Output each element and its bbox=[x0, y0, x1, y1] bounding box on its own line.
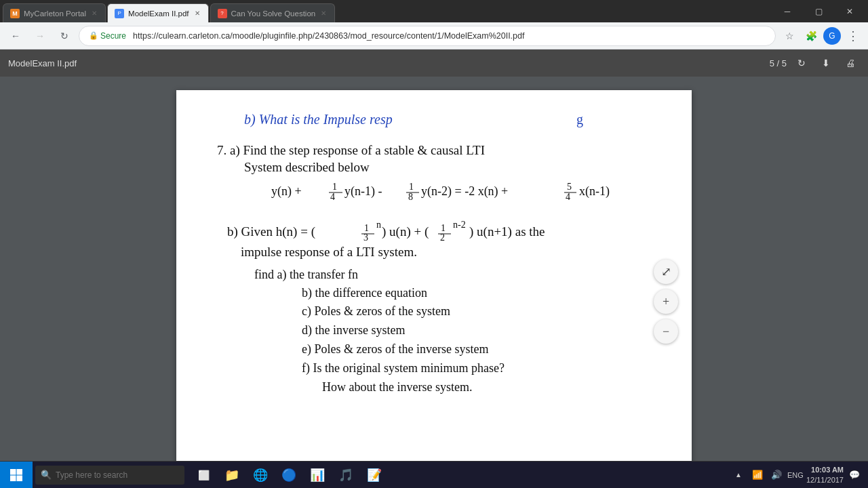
pdf-refresh-button[interactable]: ↻ bbox=[792, 54, 811, 73]
system-tray: ▲ 📶 🔊 ENG 10:03 AM 12/11/2017 💬 bbox=[730, 465, 868, 485]
tab-label-2: ModelExam II.pdf bbox=[128, 9, 189, 18]
file-explorer-button[interactable]: 📁 bbox=[218, 462, 245, 489]
svg-text:System  described  below: System described below bbox=[244, 160, 370, 174]
pdf-zoom-out-button[interactable]: − bbox=[654, 319, 678, 344]
svg-text:c)   Poles  &  zeros  of  the : c) Poles & zeros of the system bbox=[302, 304, 450, 319]
back-button[interactable]: ← bbox=[5, 26, 26, 46]
tab-favicon-1: M bbox=[10, 9, 20, 18]
matlab-icon: 📊 bbox=[310, 468, 325, 483]
profile-button[interactable]: G bbox=[823, 27, 841, 45]
audio-button[interactable]: 🎵 bbox=[332, 462, 359, 489]
edge-button[interactable]: 🌐 bbox=[247, 462, 274, 489]
chrome-icon: 🔵 bbox=[281, 468, 296, 483]
tab-favicon-2: P bbox=[115, 9, 124, 18]
secure-badge[interactable]: 🔒 Secure bbox=[86, 30, 129, 42]
matlab-button[interactable]: 📊 bbox=[304, 462, 331, 489]
tab-modelexam[interactable]: P ModelExam II.pdf ✕ bbox=[107, 3, 208, 22]
pdf-fit-button[interactable]: ⤢ bbox=[654, 260, 678, 284]
tabs-area: M MyCarleton Portal ✕ P ModelExam II.pdf… bbox=[3, 0, 766, 22]
svg-text:y(n-2)  =  -2 x(n) +: y(n-2) = -2 x(n) + bbox=[421, 184, 508, 199]
pdf-page-info: 5 / 5 bbox=[770, 58, 787, 68]
pdf-toolbar: ModelExam II.pdf 5 / 5 ↻ ⬇ 🖨 bbox=[0, 49, 868, 77]
svg-text:y(n-1) -: y(n-1) - bbox=[344, 184, 382, 199]
start-button[interactable] bbox=[0, 462, 33, 489]
keyboard-layout-icon: ENG bbox=[787, 471, 804, 479]
pdf-download-button[interactable]: ⬇ bbox=[816, 54, 835, 73]
svg-text:2: 2 bbox=[440, 232, 445, 243]
tab-favicon-3: ? bbox=[218, 9, 227, 18]
taskbar-search[interactable]: 🔍 bbox=[35, 466, 184, 485]
svg-text:1: 1 bbox=[364, 223, 369, 233]
svg-text:4: 4 bbox=[566, 192, 570, 202]
svg-text:5: 5 bbox=[567, 182, 572, 192]
svg-text:n-2: n-2 bbox=[453, 220, 466, 230]
maximize-button[interactable]: ▢ bbox=[803, 0, 834, 22]
svg-text:How  about  the  inverse  syst: How about the inverse system. bbox=[322, 380, 472, 394]
svg-text:f)   Is  the  original  system: f) Is the original system minimum phase? bbox=[302, 361, 505, 375]
svg-text:)  u(n)  +  (: ) u(n) + ( bbox=[382, 224, 429, 239]
audio-icon: 🎵 bbox=[338, 468, 353, 483]
nav-right-controls: ☆ 🧩 G ⋮ bbox=[780, 26, 863, 45]
pdf-print-button[interactable]: 🖨 bbox=[841, 54, 860, 73]
wifi-icon: 📶 bbox=[752, 470, 763, 480]
chrome-button[interactable]: 🔵 bbox=[275, 462, 302, 489]
taskbar-pinned-icons: ⬜ 📁 🌐 🔵 📊 🎵 📝 bbox=[190, 462, 388, 489]
taskview-icon: ⬜ bbox=[198, 470, 210, 481]
svg-text:1: 1 bbox=[409, 182, 414, 192]
svg-text:3: 3 bbox=[363, 232, 368, 243]
close-button[interactable]: ✕ bbox=[834, 0, 865, 22]
forward-button[interactable]: → bbox=[30, 26, 50, 46]
extensions-button[interactable]: 🧩 bbox=[802, 26, 821, 45]
tray-expand-button[interactable]: ▲ bbox=[730, 467, 747, 483]
notification-button[interactable]: 💬 bbox=[846, 467, 863, 483]
svg-text:n: n bbox=[376, 220, 381, 230]
volume-icon[interactable]: 🔊 bbox=[768, 467, 785, 483]
address-bar[interactable]: 🔒 Secure https://culearn.carleton.ca/moo… bbox=[79, 26, 776, 46]
svg-text:b)   What  is  the  Impulse  r: b) What is the Impulse resp bbox=[244, 112, 393, 127]
svg-text:)  u(n+1)  as  the: ) u(n+1) as the bbox=[469, 224, 545, 239]
svg-text:b)   the  difference  equation: b) the difference equation bbox=[302, 286, 427, 300]
bookmark-button[interactable]: ☆ bbox=[780, 26, 799, 45]
pdf-page: b) What is the Impulse resp g 7. a) Find… bbox=[176, 90, 692, 461]
tab-label-1: MyCarleton Portal bbox=[24, 9, 86, 18]
keyboard-icon[interactable]: ENG bbox=[787, 467, 804, 483]
clock-date: 12/11/2017 bbox=[806, 475, 844, 485]
minimize-button[interactable]: ─ bbox=[772, 0, 803, 22]
tab-close-2[interactable]: ✕ bbox=[193, 8, 201, 18]
svg-text:impulse  response  of  a  LTI : impulse response of a LTI system. bbox=[241, 245, 417, 259]
window-controls: ─ ▢ ✕ bbox=[772, 0, 865, 22]
tab-close-3[interactable]: ✕ bbox=[319, 8, 328, 18]
svg-text:x(n-1): x(n-1) bbox=[579, 184, 610, 199]
secure-label: Secure bbox=[100, 31, 126, 41]
svg-text:y(n) +: y(n) + bbox=[271, 184, 302, 199]
pdf-zoom-in-button[interactable]: + bbox=[654, 289, 678, 314]
svg-text:d)   the  inverse  system: d) the inverse system bbox=[302, 323, 405, 338]
reload-button[interactable]: ↻ bbox=[54, 26, 75, 46]
svg-rect-38 bbox=[10, 475, 16, 481]
network-icon[interactable]: 📶 bbox=[749, 467, 766, 483]
chevron-up-icon: ▲ bbox=[735, 471, 742, 479]
pdf-title: ModelExam II.pdf bbox=[8, 58, 764, 68]
svg-rect-36 bbox=[10, 469, 16, 475]
svg-text:find  a)   the  transfer  fn: find a) the transfer fn bbox=[254, 268, 358, 282]
speaker-icon: 🔊 bbox=[771, 470, 782, 480]
tab-close-1[interactable]: ✕ bbox=[90, 8, 98, 18]
word-button[interactable]: 📝 bbox=[361, 462, 388, 489]
system-clock[interactable]: 10:03 AM 12/11/2017 bbox=[806, 465, 844, 485]
pdf-toolbar-right: ↻ ⬇ 🖨 bbox=[792, 54, 860, 73]
search-input[interactable] bbox=[56, 470, 171, 480]
tab-mycarleton[interactable]: M MyCarleton Portal ✕ bbox=[3, 3, 106, 22]
svg-rect-39 bbox=[17, 475, 23, 481]
pdf-handwriting: b) What is the Impulse resp g 7. a) Find… bbox=[203, 104, 665, 461]
svg-text:8: 8 bbox=[408, 192, 413, 202]
search-icon: 🔍 bbox=[41, 470, 52, 480]
tab-solvequestion[interactable]: ? Can You Solve Question ✕ bbox=[210, 3, 336, 22]
windows-icon bbox=[9, 468, 23, 482]
tab-empty bbox=[336, 3, 357, 22]
clock-time: 10:03 AM bbox=[806, 465, 844, 474]
tab-label-3: Can You Solve Question bbox=[231, 9, 316, 18]
pdf-zoom-controls: ⤢ + − bbox=[654, 260, 678, 344]
svg-text:g: g bbox=[576, 112, 583, 127]
taskview-button[interactable]: ⬜ bbox=[190, 462, 217, 489]
menu-button[interactable]: ⋮ bbox=[844, 26, 863, 45]
